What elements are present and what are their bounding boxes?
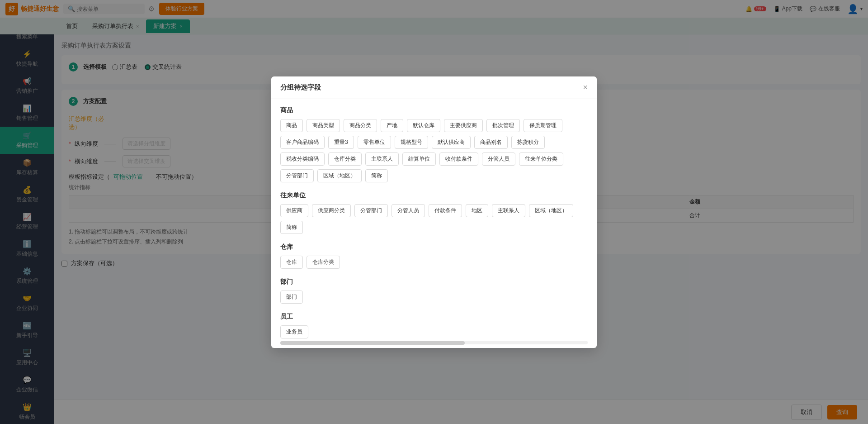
chip-warehouse-1[interactable]: 仓库分类 (307, 256, 340, 269)
chip-goods-4[interactable]: 默认仓库 (407, 119, 440, 132)
chip-warehouse-0[interactable]: 仓库 (280, 256, 303, 269)
section-staff: 员工 业务员 (280, 313, 588, 338)
modal-header: 分组待选字段 × (271, 76, 597, 99)
chip-partner-5[interactable]: 地区 (466, 204, 488, 217)
chip-goods-3[interactable]: 产地 (381, 119, 403, 132)
chip-goods-13[interactable]: 商品别名 (474, 136, 508, 149)
modal-horizontal-scrollbar[interactable] (280, 341, 588, 344)
chip-partner-3[interactable]: 分管人员 (392, 204, 425, 217)
chip-goods-23[interactable]: 区域（地区） (317, 169, 362, 182)
modal-title: 分组待选字段 (280, 83, 321, 92)
chip-goods-2[interactable]: 商品分类 (344, 119, 377, 132)
chip-goods-8[interactable]: 客户商品编码 (280, 136, 325, 149)
chip-goods-16[interactable]: 仓库分类 (328, 152, 362, 166)
chip-goods-10[interactable]: 零售单位 (358, 136, 391, 149)
chip-partner-1[interactable]: 供应商分类 (312, 204, 351, 217)
chip-goods-18[interactable]: 结算单位 (402, 152, 436, 166)
chip-partner-0[interactable]: 供应商 (280, 204, 308, 217)
chip-goods-22[interactable]: 分管部门 (280, 169, 314, 182)
chip-goods-21[interactable]: 往来单位分类 (519, 152, 563, 166)
section-partner-chips: 供应商 供应商分类 分管部门 分管人员 付款条件 地区 主联系人 区域（地区） … (280, 204, 588, 234)
section-warehouse: 仓库 仓库 仓库分类 (280, 243, 588, 269)
chip-goods-11[interactable]: 规格型号 (395, 136, 428, 149)
section-dept-title: 部门 (280, 278, 588, 286)
section-goods: 商品 商品 商品类型 商品分类 产地 默认仓库 主要供应商 批次管理 保质期管理… (280, 106, 588, 182)
chip-partner-6[interactable]: 主联系人 (492, 204, 525, 217)
chip-goods-9[interactable]: 重量3 (328, 136, 354, 149)
section-dept-chips: 部门 (280, 291, 588, 304)
section-dept: 部门 部门 (280, 278, 588, 304)
modal-close-button[interactable]: × (583, 83, 588, 92)
chip-goods-19[interactable]: 收付款条件 (439, 152, 478, 166)
section-staff-title: 员工 (280, 313, 588, 321)
section-goods-chips: 商品 商品类型 商品分类 产地 默认仓库 主要供应商 批次管理 保质期管理 客户… (280, 119, 588, 182)
section-goods-title: 商品 (280, 106, 588, 114)
chip-goods-1[interactable]: 商品类型 (307, 119, 340, 132)
chip-goods-15[interactable]: 税收分类编码 (280, 152, 325, 166)
chip-goods-24[interactable]: 简称 (365, 169, 388, 182)
chip-goods-5[interactable]: 主要供应商 (444, 119, 483, 132)
chip-staff-0[interactable]: 业务员 (280, 325, 308, 338)
modal-body: 商品 商品 商品类型 商品分类 产地 默认仓库 主要供应商 批次管理 保质期管理… (271, 99, 597, 341)
chip-goods-20[interactable]: 分管人员 (482, 152, 515, 166)
chip-goods-6[interactable]: 批次管理 (486, 119, 520, 132)
chip-partner-2[interactable]: 分管部门 (354, 204, 388, 217)
modal-overlay[interactable]: 分组待选字段 × 商品 商品 商品类型 商品分类 产地 默认仓库 主要供应商 批… (0, 0, 868, 424)
chip-partner-7[interactable]: 区域（地区） (529, 204, 573, 217)
chip-goods-12[interactable]: 默认供应商 (432, 136, 471, 149)
chip-partner-4[interactable]: 付款条件 (429, 204, 462, 217)
section-warehouse-title: 仓库 (280, 243, 588, 251)
section-warehouse-chips: 仓库 仓库分类 (280, 256, 588, 269)
section-partner-title: 往来单位 (280, 191, 588, 200)
chip-goods-17[interactable]: 主联系人 (365, 152, 399, 166)
chip-goods-14[interactable]: 拣货积分 (511, 136, 545, 149)
section-staff-chips: 业务员 (280, 325, 588, 338)
chip-goods-0[interactable]: 商品 (280, 119, 303, 132)
chip-partner-8[interactable]: 简称 (280, 221, 303, 234)
modal: 分组待选字段 × 商品 商品 商品类型 商品分类 产地 默认仓库 主要供应商 批… (271, 76, 597, 348)
chip-dept-0[interactable]: 部门 (280, 291, 303, 304)
modal-hscroll-thumb (280, 341, 465, 345)
chip-goods-7[interactable]: 保质期管理 (524, 119, 562, 132)
section-partner: 往来单位 供应商 供应商分类 分管部门 分管人员 付款条件 地区 主联系人 区域… (280, 191, 588, 234)
